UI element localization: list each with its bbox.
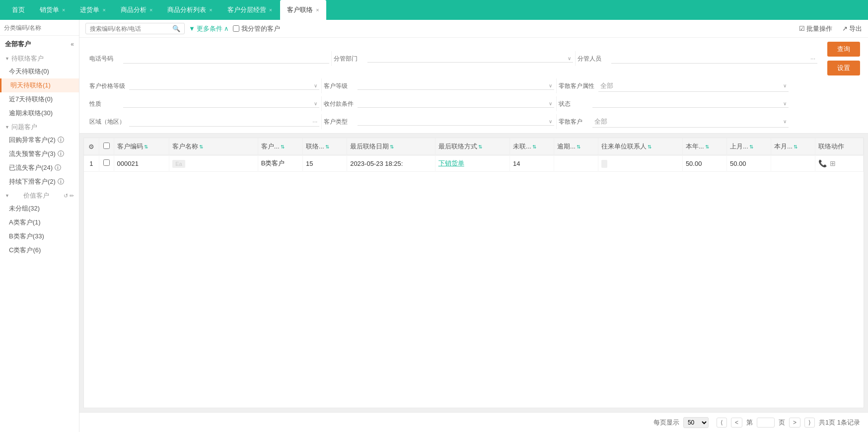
qr-action-icon[interactable]: ⊞: [830, 159, 836, 167]
nav-item-商品分析[interactable]: 商品分析×: [114, 0, 159, 20]
manager-label: 分管人员: [578, 55, 607, 63]
my-customers-check[interactable]: [233, 25, 239, 32]
sidebar-item-declining[interactable]: 持续下滑客户(2) ⓘ: [0, 175, 79, 189]
filter-status: 状态 ∨: [557, 100, 791, 108]
filter-customer-type: 客户类型 ∨: [322, 118, 556, 126]
sidebar-item-overdue[interactable]: 逾期未联络(30): [0, 106, 79, 120]
nav-close-icon[interactable]: ×: [269, 0, 272, 20]
status-select[interactable]: ∨: [592, 100, 789, 108]
page-suffix: 页: [779, 418, 785, 427]
th-settings[interactable]: ⚙: [84, 138, 99, 155]
filter-search-input[interactable]: [90, 25, 170, 32]
td-name: Ea: [169, 155, 258, 172]
retail-attr-select[interactable]: 全部∨: [598, 80, 789, 92]
manager-dots[interactable]: ···: [810, 55, 815, 62]
filter-customer-level: 客户等级 ∨: [322, 82, 556, 90]
filter-search-icon[interactable]: 🔍: [172, 25, 180, 32]
sidebar-item-class-c[interactable]: C类客户(6): [0, 243, 79, 257]
th-overdue[interactable]: 逾期...⇅: [554, 138, 598, 155]
customer-level-select[interactable]: ∨: [358, 82, 554, 90]
export-button[interactable]: ↗ 导出: [842, 24, 862, 33]
nav-item-客户分层经营[interactable]: 客户分层经营×: [220, 0, 279, 20]
th-code[interactable]: 客户编码⇅: [114, 138, 169, 155]
nav-item-客户联络[interactable]: 客户联络×: [280, 0, 326, 20]
value-group-icons[interactable]: ↺ ✏: [64, 193, 74, 199]
td-type: B类客户: [258, 155, 302, 172]
td-overdue: [554, 155, 598, 172]
sidebar-item-ungrouped[interactable]: 未分组(32): [0, 202, 79, 216]
main-layout: 🔍 全部客户 « 待联络客户 今天待联络(0) 明天待联络(1) 近7天待联络(…: [0, 20, 868, 432]
contact-person-masked: [601, 160, 607, 168]
nav-close-icon[interactable]: ×: [102, 0, 105, 20]
th-checkbox[interactable]: [99, 138, 114, 155]
payment-select[interactable]: ∨: [358, 100, 554, 108]
nav-item-销货单[interactable]: 销货单×: [33, 0, 72, 20]
th-uncontacted[interactable]: 未联...⇅: [510, 138, 554, 155]
last-page-button[interactable]: ⟩: [804, 418, 815, 428]
sidebar-item-class-a[interactable]: A类客户(1): [0, 216, 79, 229]
row-checkbox[interactable]: [103, 159, 110, 166]
select-all-checkbox[interactable]: [103, 143, 110, 149]
price-level-select[interactable]: ∨: [129, 82, 319, 90]
th-this-year[interactable]: 本年...⇅: [682, 138, 726, 155]
query-button[interactable]: 查询: [827, 42, 860, 57]
retail-customer-select[interactable]: 全部∨: [592, 116, 789, 128]
filter-dept: 分管部门 ∨: [332, 55, 576, 63]
bulk-action-button[interactable]: ☑ 批量操作: [799, 24, 832, 33]
nav-close-icon[interactable]: ×: [209, 0, 212, 20]
manager-select[interactable]: ···: [611, 54, 817, 64]
th-contact-count[interactable]: 联络...⇅: [303, 138, 347, 155]
nav-item-首页[interactable]: 首页: [5, 0, 32, 20]
sidebar-item-today[interactable]: 今天待联络(0): [0, 65, 79, 78]
sidebar-collapse-icon[interactable]: «: [71, 41, 74, 48]
all-customers-label: 全部客户: [5, 40, 31, 49]
nav-close-icon[interactable]: ×: [62, 0, 65, 20]
td-last-method[interactable]: 下销货单: [435, 155, 509, 172]
all-customers-header[interactable]: 全部客户 «: [0, 36, 79, 52]
phone-input[interactable]: [123, 54, 329, 64]
sidebar-search-input[interactable]: [4, 24, 78, 31]
settings-button[interactable]: 设置: [827, 61, 860, 75]
caret-icon: ∧: [224, 25, 229, 32]
filter-bar: 🔍 ▼ 更多条件 ∧ 我分管的客户 ☑ 批量操作 ↗ 导出: [79, 20, 868, 38]
customer-type-select[interactable]: ∨: [358, 118, 554, 126]
nav-close-icon[interactable]: ×: [149, 0, 152, 20]
th-type[interactable]: 客户...⇅: [258, 138, 302, 155]
last-method-link[interactable]: 下销货单: [438, 159, 464, 167]
advanced-filter-panel: 电话号码 分管部门 ∨ 分管人员 ···: [79, 38, 868, 134]
next-page-button[interactable]: >: [789, 418, 800, 428]
sidebar-item-churn-warning[interactable]: 流失预警客户(3) ⓘ: [0, 147, 79, 161]
prev-page-button[interactable]: <: [731, 418, 742, 428]
filter-icon: ▼: [189, 25, 195, 32]
nav-close-icon[interactable]: ×: [316, 0, 319, 20]
td-row-checkbox[interactable]: [99, 155, 114, 172]
sidebar: 🔍 全部客户 « 待联络客户 今天待联络(0) 明天待联络(1) 近7天待联络(…: [0, 20, 79, 432]
th-last-date[interactable]: 最后联络日期⇅: [347, 138, 435, 155]
more-conditions-button[interactable]: ▼ 更多条件 ∧: [189, 24, 229, 33]
sidebar-item-tomorrow[interactable]: 明天待联络(1): [0, 78, 79, 92]
region-select[interactable]: ···: [129, 117, 319, 127]
page-number-input[interactable]: 1: [757, 418, 775, 428]
th-this-month[interactable]: 本月...⇅: [771, 138, 815, 155]
sidebar-item-repurchase-abnormal[interactable]: 回购异常客户(2) ⓘ: [0, 133, 79, 147]
retail-attr-label: 零散客户属性: [559, 82, 594, 90]
th-name[interactable]: 客户名称⇅: [169, 138, 258, 155]
nav-item-商品分析列表[interactable]: 商品分析列表×: [160, 0, 219, 20]
sidebar-item-class-b[interactable]: B类客户(33): [0, 229, 79, 243]
th-contact-person[interactable]: 往来单位联系人⇅: [598, 138, 683, 155]
sidebar-item-churned[interactable]: 已流失客户(24) ⓘ: [0, 161, 79, 175]
dept-select[interactable]: ∨: [367, 55, 574, 63]
region-dots[interactable]: ···: [312, 118, 317, 125]
first-page-button[interactable]: ⟨: [717, 418, 727, 428]
sidebar-item-7days[interactable]: 近7天待联络(0): [0, 92, 79, 106]
th-last-method[interactable]: 最后联络方式⇅: [435, 138, 509, 155]
th-last-month[interactable]: 上月...⇅: [726, 138, 771, 155]
filter-retail-attr: 零散客户属性 全部∨: [557, 80, 791, 92]
td-this-year: 50.00: [682, 155, 726, 172]
phone-action-icon[interactable]: 📞: [818, 159, 827, 167]
group-label-problem: 问题客户: [0, 120, 79, 133]
my-customers-checkbox[interactable]: 我分管的客户: [233, 24, 280, 33]
nature-select[interactable]: ∨: [123, 100, 319, 108]
nav-item-进货单[interactable]: 进货单×: [73, 0, 112, 20]
per-page-select[interactable]: 50 100 200: [683, 417, 709, 428]
